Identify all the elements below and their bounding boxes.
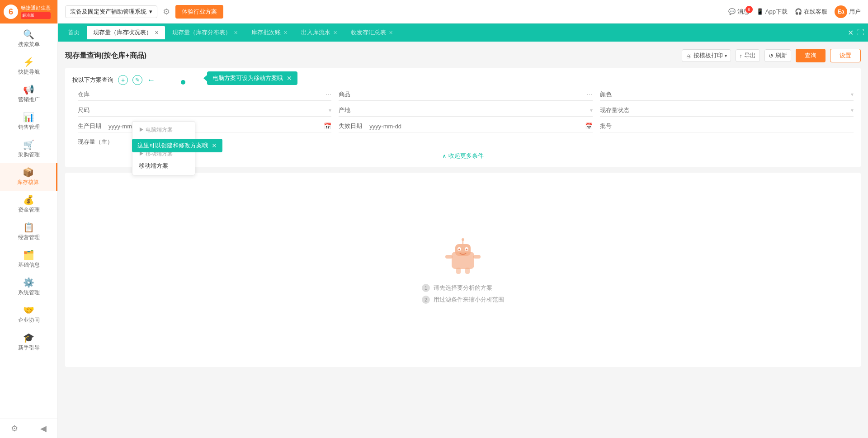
sidebar-item-finance[interactable]: 💰 资金管理	[0, 191, 57, 218]
batch-input[interactable]	[631, 123, 854, 130]
tab-inventory-status[interactable]: 现存量（库存状况表） ✕	[87, 26, 165, 39]
sidebar-item-label: 销售管理	[18, 123, 40, 131]
sidebar-item-label: 系统管理	[18, 289, 40, 297]
sidebar-item-system[interactable]: ⚙️ 系统管理	[0, 273, 57, 301]
tab-inventory-dist-label: 现存量（库存分布表）	[172, 28, 231, 37]
avatar: Ea	[835, 5, 847, 18]
user-area[interactable]: Ea 用户	[835, 5, 861, 18]
size-chevron-icon[interactable]: ▾	[329, 107, 331, 113]
collapse-sidebar-icon[interactable]: ◀	[40, 424, 47, 433]
sidebar-item-sales[interactable]: 📊 销售管理	[0, 108, 57, 136]
search-btn[interactable]: 查询	[796, 49, 826, 62]
hint-num-2: 2	[422, 296, 430, 304]
filter-field-product: 商品 ···	[339, 90, 592, 101]
logo-icon: 6	[4, 5, 18, 19]
tab-close-icon[interactable]: ✕	[155, 30, 159, 36]
product-input[interactable]	[369, 91, 583, 98]
gear-icon[interactable]: ⚙	[163, 7, 170, 17]
filter-field-size: 尺码 ▾	[78, 106, 331, 117]
export-btn[interactable]: ↑ 导出	[736, 49, 760, 62]
empty-hint-2: 2 用过滤条件来缩小分析范围	[422, 296, 504, 304]
phone-icon: 📱	[756, 8, 764, 15]
tab-close-icon[interactable]: ✕	[234, 30, 238, 36]
sidebar-item-enterprise[interactable]: 🤝 企业协同	[0, 301, 57, 329]
sidebar-item-label: 快捷导航	[18, 68, 40, 76]
origin-chevron-icon[interactable]: ▾	[590, 107, 593, 113]
close-all-tabs-icon[interactable]: ✕	[848, 28, 854, 37]
marketing-icon: 📢	[23, 85, 34, 94]
empty-hint-1: 1 请先选择要分析的方案	[422, 284, 504, 292]
hint-num-1: 1	[422, 284, 430, 292]
tab-summary[interactable]: 收发存汇总表 ✕	[344, 26, 399, 39]
calendar-exp-icon[interactable]: 📅	[585, 122, 593, 130]
product-label: 商品	[339, 90, 366, 99]
size-input[interactable]	[108, 107, 325, 114]
tab-inventory-dist[interactable]: 现存量（库存分布表） ✕	[166, 26, 244, 39]
scheme-arrow-btn[interactable]: ←	[147, 75, 155, 85]
online-support-btn[interactable]: 🎧 在线客服	[795, 8, 827, 16]
sidebar-item-quick[interactable]: ⚡ 快捷导航	[0, 53, 57, 80]
exp-date-input[interactable]	[369, 123, 581, 130]
sidebar-item-inventory[interactable]: 📦 库存核算	[0, 163, 57, 191]
color-input[interactable]	[631, 91, 847, 98]
inv-status-input[interactable]	[633, 107, 847, 114]
prod-date-label: 生产日期	[78, 122, 105, 130]
system-selector[interactable]: 装备及固定资产辅助管理系统 ▾	[65, 5, 157, 18]
sidebar-item-operation[interactable]: 📋 经营管理	[0, 218, 57, 246]
logo-text: 畅捷通好生意	[21, 5, 51, 11]
refresh-btn[interactable]: ↺ 刷新	[764, 49, 791, 62]
sidebar-footer: ⚙ ◀	[0, 419, 57, 438]
sidebar-item-label: 营销推广	[18, 96, 40, 104]
scheme-tooltip-close[interactable]: ✕	[287, 75, 292, 82]
settings-btn[interactable]: 设置	[830, 49, 861, 62]
filter-field-warehouse: 仓库 ···	[78, 90, 331, 101]
tab-close-icon[interactable]: ✕	[333, 30, 337, 36]
sidebar-item-purchase[interactable]: 🛒 采购管理	[0, 136, 57, 163]
sidebar-item-basic[interactable]: 🗂️ 基础信息	[0, 246, 57, 273]
app-download-btn[interactable]: 📱 App下载	[756, 8, 788, 16]
tab-close-icon[interactable]: ✕	[389, 30, 393, 36]
sidebar-item-guide[interactable]: 🎓 新手引导	[0, 329, 57, 356]
warehouse-input[interactable]	[108, 91, 322, 98]
edit-tooltip-close[interactable]: ✕	[212, 142, 217, 149]
svg-rect-8	[456, 268, 461, 274]
search-icon: 🔍	[23, 30, 34, 39]
calendar-icon[interactable]: 📅	[324, 122, 331, 130]
inventory-icon: 📦	[23, 168, 34, 177]
message-btn[interactable]: 💬 6 消息	[728, 8, 749, 16]
sidebar-nav: 🔍 搜索菜单 ⚡ 快捷导航 📢 营销推广 📊 销售管理 🛒 采购管理 📦 库存核…	[0, 24, 57, 419]
sidebar-item-marketing[interactable]: 📢 营销推广	[0, 80, 57, 108]
edit-scheme-btn[interactable]: ✎	[132, 75, 142, 85]
expand-icon[interactable]: ⛶	[857, 28, 864, 37]
filter-field-prod-date: 生产日期 📅	[78, 122, 331, 132]
scheme-item-mobile[interactable]: 移动端方案	[132, 160, 195, 172]
tab-inventory-status-label: 现存量（库存状况表）	[93, 28, 152, 37]
edit-tooltip-text: 这里可以创建和修改方案哦	[137, 141, 208, 150]
filter-field-color: 颜色 ▾	[600, 90, 854, 101]
guide-icon: 🎓	[23, 333, 34, 342]
tab-inout-label: 出入库流水	[301, 28, 330, 37]
add-scheme-btn[interactable]: +	[118, 75, 128, 85]
filter-field-inv-status: 现存量状态 ▾	[600, 106, 854, 117]
scheme-section-pc-label: ▶ 电脑端方案	[132, 124, 195, 136]
tab-close-icon[interactable]: ✕	[283, 30, 288, 36]
inv-status-chevron-icon[interactable]: ▾	[851, 107, 854, 113]
tab-batch[interactable]: 库存批次账 ✕	[245, 26, 294, 39]
sidebar-item-search[interactable]: 🔍 搜索菜单	[0, 25, 57, 53]
warehouse-label: 仓库	[78, 90, 105, 99]
industry-btn[interactable]: 体验行业方案	[175, 5, 223, 19]
size-label: 尺码	[78, 106, 105, 114]
online-support-label: 在线客服	[804, 8, 827, 16]
color-chevron-icon[interactable]: ▾	[851, 91, 854, 98]
origin-input[interactable]	[369, 107, 586, 114]
svg-point-11	[462, 238, 464, 241]
warehouse-dots-icon[interactable]: ···	[326, 90, 331, 99]
print-btn[interactable]: 🖨 按模板打印 ▾	[682, 49, 731, 62]
tab-home[interactable]: 首页	[61, 26, 86, 39]
edit-tooltip: 这里可以创建和修改方案哦 ✕	[132, 139, 222, 152]
product-dots-icon[interactable]: ···	[586, 90, 592, 99]
tab-inout[interactable]: 出入库流水 ✕	[295, 26, 344, 39]
sidebar-item-label: 采购管理	[18, 151, 40, 159]
settings-footer-icon[interactable]: ⚙	[11, 424, 18, 433]
tab-batch-label: 库存批次账	[251, 28, 281, 37]
